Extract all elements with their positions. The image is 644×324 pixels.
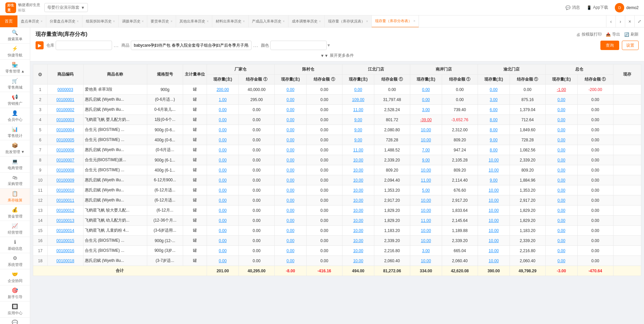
row-yubei-qty[interactable]: 10.00 (478, 185, 509, 195)
row-yubei-qty[interactable]: 9.00 (478, 175, 509, 185)
row-chen-qty[interactable]: 0.00 (274, 236, 306, 246)
row-chen-qty[interactable]: 0.00 (274, 115, 306, 125)
row-factory-qty[interactable]: 0.00 (207, 216, 238, 226)
row-total-qty[interactable]: 0.00 (545, 185, 577, 195)
row-chen-qty[interactable]: 0.00 (274, 185, 306, 195)
tab-nav-prev[interactable]: ‹ (606, 15, 616, 28)
row-total-qty[interactable]: 0.00 (545, 175, 577, 185)
row-nanan-qty[interactable]: 10.00 (410, 165, 442, 175)
row-nanan-qty[interactable]: 7.00 (410, 145, 442, 155)
row-chen-qty[interactable]: 0.00 (274, 175, 306, 185)
row-yubei-qty[interactable]: 10.00 (478, 226, 509, 236)
row-chen-qty[interactable]: 0.00 (274, 165, 306, 175)
row-jiangbei-qty[interactable]: 10.00 (342, 165, 374, 175)
row-chen-qty[interactable]: 0.00 (274, 105, 306, 115)
row-chen-qty[interactable]: 0.00 (274, 85, 306, 95)
sidebar-item-business[interactable]: 📈 经营管理 (0, 221, 30, 237)
tab-item-10[interactable]: 现存量（库存状况表）× (325, 15, 372, 28)
message-btn[interactable]: 💬 消息 (566, 5, 580, 10)
row-nanan-qty[interactable]: 11.00 (410, 216, 442, 226)
row-total-qty[interactable]: 0.00 (545, 95, 577, 105)
row-factory-qty[interactable]: 0.00 (207, 155, 238, 165)
row-factory-qty[interactable]: 0.00 (207, 105, 238, 115)
row-yubei-qty[interactable]: 6.00 (478, 105, 509, 115)
app-download-btn[interactable]: 📱 App下载 (587, 5, 608, 10)
row-code[interactable]: 00100008 (47, 165, 83, 175)
row-factory-qty[interactable]: 0.00 (207, 226, 238, 236)
color-input[interactable] (270, 41, 327, 50)
row-code[interactable]: 00100009 (47, 175, 83, 185)
row-yubei-qty[interactable]: 10.00 (478, 195, 509, 205)
row-jiangbei-qty[interactable]: 10.00 (342, 205, 374, 216)
row-jiangbei-qty[interactable]: 10.00 (342, 195, 374, 205)
row-yubei-qty[interactable]: 8.00 (478, 125, 509, 135)
row-jiangbei-qty[interactable]: 10.00 (342, 226, 374, 236)
row-nanan-qty[interactable]: 10.00 (410, 195, 442, 205)
sidebar-item-guide[interactable]: 🎯 新手引导 (0, 285, 30, 302)
row-jiangbei-qty[interactable]: 10.00 (342, 246, 374, 256)
sidebar-item-search[interactable]: 🔍 搜索英单 (0, 28, 30, 44)
row-jiangbei-qty[interactable]: 11.00 (342, 145, 374, 155)
row-chen-qty[interactable]: 0.00 (274, 145, 306, 155)
row-yubei-qty[interactable]: 10.00 (478, 256, 509, 266)
row-yubei-qty[interactable]: 10.00 (478, 155, 509, 165)
row-nanan-qty[interactable]: 5.00 (410, 185, 442, 195)
query-button[interactable]: 查询 (600, 41, 619, 50)
row-code[interactable]: 00100002 (47, 105, 83, 115)
row-yubei-qty[interactable]: 0.00 (478, 85, 509, 95)
row-total-qty[interactable]: 0.00 (545, 226, 577, 236)
row-chen-qty[interactable]: 0.00 (274, 256, 306, 266)
row-nanan-qty[interactable]: 0.00 (410, 85, 442, 95)
row-nanan-qty[interactable]: 11.00 (410, 175, 442, 185)
row-nanan-qty[interactable]: -39.00 (410, 115, 442, 125)
sidebar-item-quick-nav[interactable]: ⚡ 快捷导航 (0, 44, 30, 60)
row-code[interactable]: 00100001 (47, 95, 83, 105)
warehouse-input[interactable] (56, 41, 112, 50)
row-chen-qty[interactable]: 0.00 (274, 95, 306, 105)
sidebar-item-member[interactable]: 👤 会员中心 (0, 108, 30, 124)
row-total-qty[interactable]: 0.00 (545, 216, 577, 226)
user-area[interactable]: D demo2 (615, 3, 639, 12)
row-factory-qty[interactable]: 0.00 (207, 195, 238, 205)
row-jiangbei-qty[interactable]: 10.00 (342, 216, 374, 226)
row-factory-qty[interactable]: 200.00 (207, 85, 238, 95)
row-factory-qty[interactable]: 0.00 (207, 175, 238, 185)
row-jiangbei-qty[interactable]: 109.00 (342, 95, 374, 105)
row-code[interactable]: 00100007 (47, 155, 83, 165)
sidebar-item-finance[interactable]: 💰 资金管理 (0, 205, 30, 221)
sidebar-item-retail-mall[interactable]: 🛒 零售商城 (0, 76, 30, 92)
row-nanan-qty[interactable]: 3.00 (410, 105, 442, 115)
row-total-qty[interactable]: 0.00 (545, 236, 577, 246)
tab-nav-expand[interactable]: ⤢ (635, 15, 644, 28)
row-jiangbei-qty[interactable]: 10.00 (342, 236, 374, 246)
color-dropdown-icon[interactable]: ▼ (327, 43, 331, 48)
tab-nav-next[interactable]: › (616, 15, 625, 28)
row-code[interactable]: 0000003 (47, 85, 83, 95)
tab-item-8[interactable]: 产成品入库单历史× (249, 15, 288, 28)
row-code[interactable]: 00100015 (47, 236, 83, 246)
row-code[interactable]: 00100006 (47, 145, 83, 155)
row-total-qty[interactable]: 0.00 (545, 125, 577, 135)
row-code[interactable]: 00100010 (47, 185, 83, 195)
row-code[interactable]: 00100011 (47, 195, 83, 205)
row-factory-qty[interactable]: 0.00 (207, 135, 238, 145)
print-btn[interactable]: 🖨 按模版打印 (576, 32, 602, 37)
tab-home[interactable]: 首页 (0, 15, 17, 28)
row-jiangbei-qty[interactable]: 10.00 (342, 175, 374, 185)
tab-item-11-active[interactable]: 现存量（库存分布表）× (372, 15, 419, 28)
row-code[interactable]: 00100014 (47, 226, 83, 236)
row-nanan-qty[interactable]: 0.00 (410, 95, 442, 105)
sidebar-item-basic-info[interactable]: ℹ 基础信息 (0, 237, 30, 253)
row-yubei-qty[interactable]: 10.00 (478, 236, 509, 246)
export-btn[interactable]: 📤 导出 (606, 32, 620, 37)
row-jiangbei-qty[interactable]: 9.00 (342, 115, 374, 125)
row-chen-qty[interactable]: 0.00 (274, 125, 306, 135)
row-chen-qty[interactable]: 0.00 (274, 226, 306, 236)
row-total-qty[interactable]: -1.00 (545, 85, 577, 95)
row-chen-qty[interactable]: 0.00 (274, 195, 306, 205)
row-total-qty[interactable]: 0.00 (545, 155, 577, 165)
row-nanan-qty[interactable]: 10.00 (410, 256, 442, 266)
row-yubei-qty[interactable]: 8.00 (478, 145, 509, 155)
row-total-qty[interactable]: 0.00 (545, 205, 577, 216)
row-jiangbei-qty[interactable]: 0.00 (342, 85, 374, 95)
